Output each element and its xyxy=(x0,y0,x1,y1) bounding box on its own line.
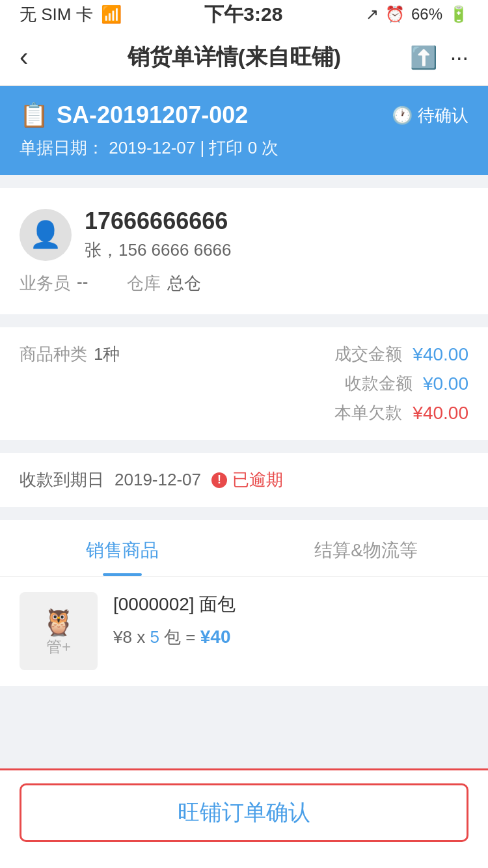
salesperson-value: -- xyxy=(77,272,88,295)
customer-name: 张，156 6666 6666 xyxy=(85,239,232,262)
salesperson-item: 业务员 -- xyxy=(20,272,88,295)
confirm-order-button[interactable]: 旺铺订单确认 xyxy=(20,783,468,842)
product-name-text: 面包 xyxy=(199,594,236,614)
summary-left: 商品种类 1种 xyxy=(20,343,120,366)
summary-right: 成交金额 ¥40.00 收款金额 ¥0.00 本单欠款 ¥40.00 xyxy=(334,343,468,424)
salesperson-label: 业务员 xyxy=(20,272,70,295)
print-unit: 次 xyxy=(262,138,278,157)
nav-bar: ‹ 销货单详情(来自旺铺) ⬆️ ··· xyxy=(0,29,488,86)
received-value: ¥0.00 xyxy=(423,373,468,394)
content-area: 📋 SA-20191207-002 🕐 待确认 单据日期： 2019-12-07… xyxy=(0,86,488,790)
product-code: [0000002] xyxy=(113,594,195,614)
status-left: 无 SIM 卡 📶 xyxy=(20,3,122,26)
status-right: ↗ ⏰ 66% 🔋 xyxy=(366,5,468,23)
product-info: [0000002] 面包 ¥8 x 5 包 = ¥40 xyxy=(113,592,468,649)
unit-text: 包 xyxy=(164,627,181,647)
warehouse-label: 仓库 xyxy=(127,272,161,295)
order-icon: 📋 xyxy=(20,102,49,129)
order-header-card: 📋 SA-20191207-002 🕐 待确认 单据日期： 2019-12-07… xyxy=(0,86,488,175)
summary-card: 商品种类 1种 成交金额 ¥40.00 收款金额 ¥0.00 本单欠款 ¥40.… xyxy=(0,327,488,440)
received-row: 收款金额 ¥0.00 xyxy=(345,372,468,395)
unit-price: ¥8 xyxy=(113,627,132,647)
wifi-icon: 📶 xyxy=(101,5,122,25)
product-item: 🦉 管+ [0000002] 面包 ¥8 x 5 包 = ¥40 xyxy=(0,576,488,686)
status-bar: 无 SIM 卡 📶 下午3:28 ↗ ⏰ 66% 🔋 xyxy=(0,0,488,29)
more-button[interactable]: ··· xyxy=(450,44,468,70)
amount-label: 成交金额 xyxy=(334,343,402,366)
multiply-sign: x xyxy=(137,627,145,647)
tab-settlement-label: 结算&物流等 xyxy=(314,540,418,560)
print-count: 0 xyxy=(248,138,257,157)
avatar: 👤 xyxy=(20,209,72,261)
share-button[interactable]: ⬆️ xyxy=(410,44,437,70)
product-types-label: 商品种类 xyxy=(20,343,87,366)
tab-sales-products-label: 销售商品 xyxy=(86,540,159,560)
total-price: ¥40 xyxy=(200,627,231,647)
order-id-row: 📋 SA-20191207-002 🕐 待确认 xyxy=(20,102,468,129)
owed-value: ¥40.00 xyxy=(413,403,468,424)
logo-owl: 🦉 xyxy=(42,606,75,638)
overdue-text: 已逾期 xyxy=(232,468,283,491)
back-button[interactable]: ‹ xyxy=(20,42,59,72)
date-label: 单据日期： xyxy=(20,138,104,157)
product-price: ¥8 x 5 包 = ¥40 xyxy=(113,626,468,649)
overdue-badge: ! 已逾期 xyxy=(211,468,283,491)
order-status: 🕐 待确认 xyxy=(392,104,468,127)
tabs-bar: 销售商品 结算&物流等 xyxy=(0,520,488,576)
warehouse-item: 仓库 总仓 xyxy=(127,272,201,295)
due-date-card: 收款到期日 2019-12-07 ! 已逾期 xyxy=(0,453,488,507)
print-label: 打印 xyxy=(209,138,243,157)
owed-label: 本单欠款 xyxy=(334,401,402,424)
alarm-icon: ⏰ xyxy=(385,5,405,23)
product-types: 商品种类 1种 xyxy=(20,343,120,366)
tab-settlement[interactable]: 结算&物流等 xyxy=(244,520,488,576)
product-name: [0000002] 面包 xyxy=(113,592,468,617)
bottom-button-area: 旺铺订单确认 xyxy=(0,768,488,868)
status-time: 下午3:28 xyxy=(204,1,282,28)
product-logo: 🦉 管+ xyxy=(42,606,75,657)
due-date-value: 2019-12-07 xyxy=(115,470,201,490)
order-id: 📋 SA-20191207-002 xyxy=(20,102,248,129)
battery-text: 66% xyxy=(411,5,442,23)
location-icon: ↗ xyxy=(366,5,379,23)
customer-meta: 业务员 -- 仓库 总仓 xyxy=(20,272,468,295)
customer-main: 👤 17666666666 张，156 6666 6666 xyxy=(20,208,468,262)
customer-phone: 17666666666 xyxy=(85,208,232,235)
status-text: 待确认 xyxy=(418,104,468,127)
status-clock-icon: 🕐 xyxy=(392,105,413,126)
owed-row: 本单欠款 ¥40.00 xyxy=(334,401,468,424)
nav-actions: ⬆️ ··· xyxy=(410,44,468,70)
order-id-text: SA-20191207-002 xyxy=(57,102,248,129)
amount-row: 成交金额 ¥40.00 xyxy=(334,343,468,366)
quantity: 5 xyxy=(150,627,159,647)
logo-text: 管+ xyxy=(42,638,75,657)
customer-card: 👤 17666666666 张，156 6666 6666 业务员 -- 仓库 … xyxy=(0,188,488,314)
customer-info: 17666666666 张，156 6666 6666 xyxy=(85,208,232,262)
product-thumbnail: 🦉 管+ xyxy=(20,592,98,670)
page-title: 销货单详情(来自旺铺) xyxy=(128,42,342,72)
order-date-row: 单据日期： 2019-12-07 | 打印 0 次 xyxy=(20,137,468,159)
received-label: 收款金额 xyxy=(345,372,413,395)
order-date: 2019-12-07 xyxy=(109,138,195,157)
due-date-label: 收款到期日 xyxy=(20,468,104,491)
equals-sign: = xyxy=(185,627,195,647)
warehouse-value: 总仓 xyxy=(167,272,201,295)
tab-sales-products[interactable]: 销售商品 xyxy=(0,520,244,576)
date-separator: | xyxy=(200,138,209,157)
overdue-icon: ! xyxy=(211,472,227,488)
carrier-text: 无 SIM 卡 xyxy=(20,3,93,26)
product-types-value: 1种 xyxy=(94,343,120,366)
amount-value: ¥40.00 xyxy=(413,344,468,365)
battery-icon: 🔋 xyxy=(449,5,468,23)
